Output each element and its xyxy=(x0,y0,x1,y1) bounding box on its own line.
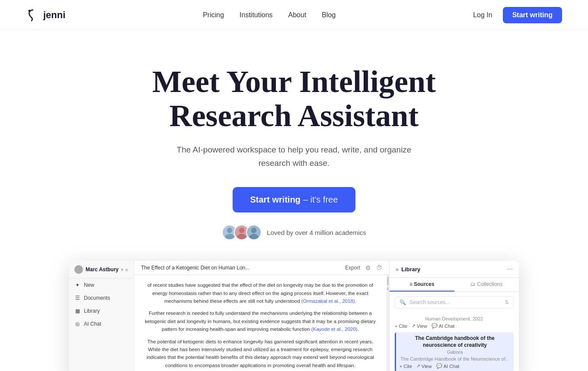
demo-source-prev-meta: Human Development, 2022 xyxy=(395,316,514,321)
demo-view-action-prev[interactable]: ↗ View xyxy=(412,323,427,329)
demo-paragraph-3: The potential of ketogenic diets to enha… xyxy=(142,338,379,370)
demo-cite-action[interactable]: + Cite xyxy=(399,363,412,369)
demo-history-icon[interactable]: ⏱ xyxy=(376,264,382,271)
demo-source-list: Human Development, 2022 + Cite ↗ View 💬 … xyxy=(390,313,519,371)
hero-subtitle: The AI-powered workspace to help you rea… xyxy=(173,143,415,170)
nav-pricing[interactable]: Pricing xyxy=(203,11,224,19)
demo-main: The Effect of a Ketogenic Diet on Human … xyxy=(134,261,389,371)
demo-document-content: of recent studies have suggested that th… xyxy=(134,275,387,371)
login-link[interactable]: Log In xyxy=(473,11,492,19)
avatar-group xyxy=(222,225,262,240)
demo-documents-icon: ☰ xyxy=(74,295,80,301)
nav-blog[interactable]: Blog xyxy=(322,11,336,19)
demo-source-prev-actions: + Cite ↗ View 💬 AI Chat xyxy=(395,323,514,329)
demo-user-info: Marc Astbury ▾ xyxy=(74,265,123,274)
svg-point-6 xyxy=(249,234,259,239)
demo-search-bar[interactable]: 🔍 Search sources... ⇅ xyxy=(395,296,514,308)
demo-source-title: The Cambridge handbook of the neuroscien… xyxy=(399,335,510,349)
demo-search-sort-icon[interactable]: ⇅ xyxy=(505,299,509,305)
demo-aichat-action[interactable]: 💬 AI Chat xyxy=(436,363,460,369)
demo-scroll-thumb-2 xyxy=(387,287,389,291)
demo-collections-tab-label: Collections xyxy=(477,281,503,287)
demo-sidebar-header: Marc Astbury ▾ « xyxy=(69,261,134,279)
demo-tab-sources[interactable]: ≡ Sources xyxy=(390,278,454,292)
social-proof-text: Loved by over 4 million academics xyxy=(267,229,366,236)
demo-search-placeholder: Search sources... xyxy=(409,299,450,305)
demo-view-action[interactable]: ↗ View xyxy=(416,363,432,369)
demo-nav-new-label: New xyxy=(84,282,94,288)
demo-cite-action-prev[interactable]: + Cite xyxy=(395,323,407,329)
hero-section: Meet Your Intelligent Research Assistant… xyxy=(0,30,588,371)
demo-library-icon: ▦ xyxy=(74,308,80,314)
demo-aichat-action-prev[interactable]: 💬 AI Chat xyxy=(431,323,455,329)
demo-search-icon: 🔍 xyxy=(399,299,406,305)
demo-citation-1[interactable]: (Ormazabal et al., 2018). xyxy=(301,298,356,304)
demo-nav-aichat[interactable]: ◎ AI Chat xyxy=(69,317,134,330)
demo-sources-tab-icon: ≡ xyxy=(409,281,412,287)
demo-main-title: The Effect of a Ketogenic Diet on Human … xyxy=(141,265,249,271)
logo-text: jenni xyxy=(43,10,65,21)
nav-about[interactable]: About xyxy=(288,11,307,19)
demo-source-author: Gabora xyxy=(399,349,510,355)
demo-nav-library[interactable]: ▦ Library xyxy=(69,304,134,317)
navigation: jenni Pricing Institutions About Blog Lo… xyxy=(0,0,588,30)
hero-cta-button[interactable]: Start writing – it's free xyxy=(233,187,355,212)
demo-collapse-icon[interactable]: « xyxy=(125,266,128,273)
demo-sidebar: Marc Astbury ▾ « ✦ New ☰ Documents ▦ Lib… xyxy=(69,261,134,371)
demo-library-tabs: ≡ Sources 🗂 Collections xyxy=(390,278,519,292)
demo-nav-new[interactable]: ✦ New xyxy=(69,279,134,292)
nav-start-writing-button[interactable]: Start writing xyxy=(503,7,562,23)
social-proof: Loved by over 4 million academics xyxy=(222,225,366,240)
nav-links: Pricing Institutions About Blog xyxy=(203,11,336,19)
demo-tab-collections[interactable]: 🗂 Collections xyxy=(454,278,519,292)
demo-paragraph-1: of recent studies have suggested that th… xyxy=(142,281,379,305)
nav-institutions[interactable]: Institutions xyxy=(240,11,272,19)
demo-library-panel: » Library ··· ≡ Sources 🗂 Collections 🔍 … xyxy=(389,261,519,371)
svg-point-1 xyxy=(227,228,232,233)
avatar-3 xyxy=(246,225,262,240)
demo-nav-documents[interactable]: ☰ Documents xyxy=(69,292,134,304)
demo-new-icon: ✦ xyxy=(74,282,80,288)
demo-library-title-area: » Library xyxy=(396,266,420,273)
demo-main-actions: Export ⚙ ⏱ xyxy=(345,264,382,271)
demo-library-chevron-icon: » xyxy=(396,266,399,273)
demo-screenshot: Marc Astbury ▾ « ✦ New ☰ Documents ▦ Lib… xyxy=(69,261,519,371)
demo-nav-documents-label: Documents xyxy=(84,295,110,301)
demo-library-menu-icon[interactable]: ··· xyxy=(507,265,513,273)
logo-link[interactable]: jenni xyxy=(26,8,65,22)
nav-right: Log In Start writing xyxy=(473,7,562,23)
demo-library-title-text: Library xyxy=(401,266,420,273)
demo-collections-tab-icon: 🗂 xyxy=(470,281,476,287)
demo-export-button[interactable]: Export xyxy=(345,265,360,271)
demo-source-main-actions: + Cite ↗ View 💬 AI Chat xyxy=(399,363,510,369)
demo-sources-tab-label: Sources xyxy=(414,281,434,287)
demo-settings-icon[interactable]: ⚙ xyxy=(365,264,371,271)
demo-main-header: The Effect of a Ketogenic Diet on Human … xyxy=(134,261,389,275)
svg-point-2 xyxy=(225,234,234,239)
svg-point-3 xyxy=(239,228,244,233)
demo-source-item-prev: Human Development, 2022 + Cite ↗ View 💬 … xyxy=(395,313,514,333)
demo-nav-aichat-label: AI Chat xyxy=(84,321,101,327)
demo-aichat-icon: ◎ xyxy=(74,321,80,327)
demo-user-name: Marc Astbury xyxy=(86,266,118,273)
logo-icon xyxy=(26,8,40,22)
demo-nav-library-label: Library xyxy=(84,308,100,314)
demo-user-chevron-icon: ▾ xyxy=(121,267,123,272)
demo-paragraph-2: Further research is needed to fully unde… xyxy=(142,309,379,333)
demo-scroll-thumb xyxy=(387,277,389,285)
svg-point-4 xyxy=(237,234,246,239)
svg-point-5 xyxy=(251,228,256,233)
demo-source-journal: The Cambridge Handbook of the Neuroscien… xyxy=(399,356,510,361)
demo-library-header: » Library ··· xyxy=(390,261,519,278)
demo-user-avatar xyxy=(74,265,83,274)
hero-title: Meet Your Intelligent Research Assistant xyxy=(152,65,436,133)
svg-point-0 xyxy=(29,10,31,12)
demo-source-item-main: The Cambridge handbook of the neuroscien… xyxy=(395,333,514,371)
demo-citation-2[interactable]: (Kayode et al., 2020). xyxy=(311,327,359,332)
